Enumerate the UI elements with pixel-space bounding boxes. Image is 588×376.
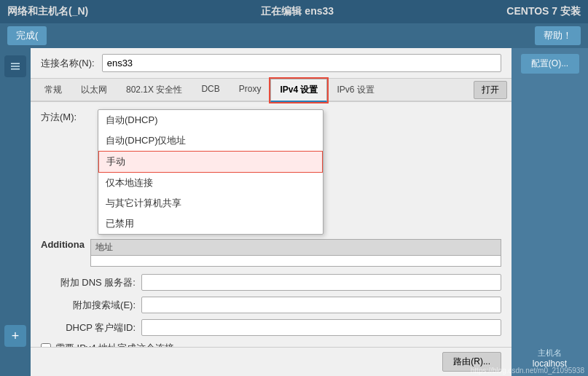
hostname-label: 主机名 bbox=[533, 348, 567, 359]
dropdown-item-auto-dhcp-addr[interactable]: 自动(DHCP)仅地址 bbox=[98, 130, 323, 151]
dns-row: 附加 DNS 服务器: bbox=[41, 274, 501, 291]
right-panel: 配置(O)... 主机名 localhost bbox=[511, 48, 588, 376]
tab-content-ipv4: 方法(M): 自动(DHCP) 自动(DHCP)仅地址 手动 仅本地连接 与其它… bbox=[31, 102, 511, 347]
dns-input[interactable] bbox=[141, 274, 501, 291]
method-label: 方法(M): bbox=[41, 109, 92, 124]
add-button[interactable]: + bbox=[4, 325, 26, 347]
tab-ipv6[interactable]: IPv6 设置 bbox=[327, 79, 383, 102]
top-bar-center: 正在编辑 ens33 bbox=[261, 5, 334, 18]
address-col-header: 地址 bbox=[95, 241, 496, 254]
open-button[interactable]: 打开 bbox=[474, 81, 507, 99]
dhcp-client-id-row: DHCP 客户端ID: bbox=[41, 319, 501, 336]
top-bar-title: 网络和主机名(_N) bbox=[7, 5, 88, 18]
dhcp-client-id-label: DHCP 客户端ID: bbox=[41, 321, 136, 334]
additional-section: Additiona 地址 附加 DNS 服务器: 附加搜索域(E): bbox=[41, 239, 501, 347]
config-button[interactable]: 配置(O)... bbox=[521, 54, 579, 74]
method-dropdown-area: 自动(DHCP) 自动(DHCP)仅地址 手动 仅本地连接 与其它计算机共享 已… bbox=[98, 109, 501, 235]
method-row: 方法(M): 自动(DHCP) 自动(DHCP)仅地址 手动 仅本地连接 与其它… bbox=[41, 109, 501, 235]
tab-security[interactable]: 802.1X 安全性 bbox=[117, 79, 192, 102]
dns-label: 附加 DNS 服务器: bbox=[41, 276, 136, 289]
top-bar: 网络和主机名(_N) 正在编辑 ens33 CENTOS 7 安装 bbox=[0, 0, 588, 23]
tab-dcb[interactable]: DCB bbox=[192, 79, 229, 102]
dropdown-item-auto-dhcp[interactable]: 自动(DHCP) bbox=[98, 110, 323, 130]
additional-header: Additiona bbox=[41, 239, 85, 250]
help-button[interactable]: 帮助！ bbox=[535, 26, 581, 45]
url-watermark: https://blog.csdn.net/m0_21095938 bbox=[471, 367, 584, 375]
connection-name-row: 连接名称(N): bbox=[31, 48, 511, 79]
second-bar: 完成( 帮助！ bbox=[0, 23, 588, 48]
checkbox-row: 需要 IPv4 地址完成这个连接 bbox=[41, 342, 501, 347]
dropdown-item-disabled[interactable]: 已禁用 bbox=[98, 214, 323, 234]
address-table-header: 地址 bbox=[91, 240, 501, 256]
dialog-content: 连接名称(N): 常规 以太网 802.1X 安全性 DCB Proxy IPv… bbox=[31, 48, 511, 376]
address-table: 地址 bbox=[90, 239, 501, 267]
complete-button[interactable]: 完成( bbox=[7, 26, 47, 45]
dropdown-list: 自动(DHCP) 自动(DHCP)仅地址 手动 仅本地连接 与其它计算机共享 已… bbox=[98, 109, 324, 235]
dropdown-item-local-only[interactable]: 仅本地连接 bbox=[98, 173, 323, 193]
search-domain-label: 附加搜索域(E): bbox=[41, 299, 136, 312]
left-sidebar: + bbox=[0, 48, 31, 376]
search-domain-row: 附加搜索域(E): bbox=[41, 297, 501, 313]
search-domain-input[interactable] bbox=[141, 297, 501, 313]
network-icon bbox=[9, 60, 22, 73]
tab-ipv4[interactable]: IPv4 设置 bbox=[270, 79, 327, 102]
dropdown-item-manual[interactable]: 手动 bbox=[98, 151, 323, 173]
tab-general[interactable]: 常规 bbox=[35, 79, 71, 102]
dropdown-item-shared[interactable]: 与其它计算机共享 bbox=[98, 193, 323, 214]
top-bar-right-title: CENTOS 7 安装 bbox=[506, 5, 581, 18]
tabs-bar: 常规 以太网 802.1X 安全性 DCB Proxy IPv4 设置 IPv6… bbox=[31, 79, 511, 102]
tab-proxy[interactable]: Proxy bbox=[230, 79, 271, 102]
sidebar-network-icon[interactable] bbox=[4, 55, 26, 77]
connection-name-label: 连接名称(N): bbox=[41, 57, 95, 70]
connection-name-input[interactable] bbox=[102, 54, 501, 72]
dhcp-client-id-input[interactable] bbox=[141, 319, 501, 336]
main-area: + 连接名称(N): 常规 以太网 802.1X 安全性 DCB Proxy I… bbox=[0, 48, 588, 376]
ipv4-required-checkbox[interactable] bbox=[41, 343, 51, 347]
bottom-row: 路由(R)... bbox=[31, 347, 511, 376]
checkbox-label: 需要 IPv4 地址完成这个连接 bbox=[55, 342, 174, 347]
tab-ethernet[interactable]: 以太网 bbox=[71, 79, 117, 102]
